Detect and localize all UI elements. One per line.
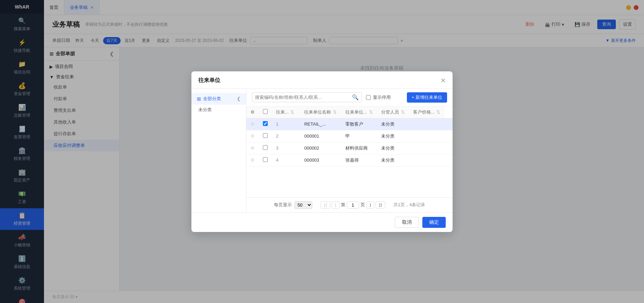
dialog-title: 往来单位 [198,77,220,84]
dialog-overlay: 往来单位 ✕ ⊞ 全部分类 ❮ 未分类 [0,0,644,303]
row-name-cell: 张嘉得 [341,154,377,166]
row-code-cell: 000001 [300,130,341,142]
row-name-cell: 材料供应商 [341,142,377,154]
row-gear-icon: ⚙ [251,158,255,163]
dialog-close-button[interactable]: ✕ [441,77,446,84]
sort-icon-category: ⇅ [369,109,373,115]
dialog-footer: 取消 确定 [191,212,453,232]
dialog-tree: ⊞ 全部分类 ❮ 未分类 [191,89,246,212]
row-price-cell [444,130,453,142]
row-name-cell: 零散客户 [341,118,377,130]
row-checkbox[interactable] [263,133,268,138]
dialog-pagination: 每页显示 50 100 ⟨⟨ ⟨ 第 页 ⟩ ⟩⟩ 共1页，4条记录 [246,197,453,212]
row-check-cell[interactable] [259,154,272,166]
row-gear-cell: ⚙ [246,130,259,142]
row-checkbox[interactable] [263,121,268,126]
dialog-table-content: 🔍 显示停用 + 新增往来单位 ⚙ [246,89,453,212]
gear-icon: ⚙ [251,109,255,115]
dialog-search-bar: 🔍 显示停用 + 新增往来单位 [246,89,453,106]
col-category-header[interactable]: 往来单位... ⇅ [341,106,377,118]
table-header-row: ⚙ 往来... ⇅ 往来单位名称 ⇅ [246,106,453,118]
col-code-header[interactable]: 往来... ⇅ [272,106,300,118]
sort-icon-name: ⇅ [333,109,337,115]
tree-all-item[interactable]: ⊞ 全部分类 ❮ [191,93,246,105]
new-party-button[interactable]: + 新增往来单位 [407,92,447,103]
row-gear-cell: ⚙ [246,118,259,130]
page-next-button[interactable]: ⟩ [366,201,374,209]
row-price-cell [444,118,453,130]
total-info: 共1页，4条记录 [393,202,425,208]
dialog-body: ⊞ 全部分类 ❮ 未分类 🔍 显示停用 [191,89,453,212]
row-code-cell: RETAIL_... [300,118,341,130]
page-size-select[interactable]: 50 100 [295,201,312,209]
row-check-cell[interactable] [259,130,272,142]
dialog-header: 往来单位 ✕ [191,71,453,89]
tree-collapse-icon[interactable]: ❮ [237,96,241,101]
table-row[interactable]: ⚙ 1 RETAIL_... 零散客户 未分类 [246,118,453,130]
row-checkbox[interactable] [263,157,268,162]
page-suffix: 页 [360,202,365,208]
row-name-cell: 甲 [341,130,377,142]
col-check[interactable] [259,106,272,118]
row-gear-cell: ⚙ [246,142,259,154]
row-check-cell[interactable] [259,118,272,130]
row-checkbox[interactable] [263,145,268,150]
row-no-cell: 1 [272,118,300,130]
dialog-search-box[interactable]: 🔍 [252,92,362,102]
row-price-cell [444,154,453,166]
sort-icon-price: ⇅ [436,109,440,115]
col-gear[interactable]: ⚙ [246,106,259,118]
page-nav: ⟨⟨ ⟨ 第 页 ⟩ ⟩⟩ [321,201,385,209]
row-no-cell: 4 [272,154,300,166]
row-code-cell: 000002 [300,142,341,154]
party-dialog: 往来单位 ✕ ⊞ 全部分类 ❮ 未分类 [191,71,453,232]
row-person-cell [409,130,444,142]
page-label: 第 [341,202,345,208]
table-row[interactable]: ⚙ 4 000003 张嘉得 未分类 [246,154,453,166]
page-number-input[interactable] [347,201,359,209]
grid-tree-icon: ⊞ [197,96,201,102]
col-person-header[interactable]: 分管人员 ⇅ [377,106,409,118]
row-gear-cell: ⚙ [246,154,259,166]
show-disabled-checkbox-group: 显示停用 [366,94,391,101]
table-row[interactable]: ⚙ 3 000002 材料供应商 未分类 [246,142,453,154]
tree-unclassified-item[interactable]: 未分类 [191,105,246,115]
row-category-cell: 未分类 [377,142,409,154]
row-no-cell: 3 [272,142,300,154]
row-category-cell: 未分类 [377,118,409,130]
sort-icon-code: ⇅ [290,109,294,115]
row-person-cell [409,142,444,154]
page-last-button[interactable]: ⟩⟩ [376,201,385,209]
row-check-cell[interactable] [259,142,272,154]
sort-icon-person: ⇅ [401,109,405,115]
select-all-checkbox[interactable] [263,109,268,114]
row-code-cell: 000003 [300,154,341,166]
dialog-search-input[interactable] [255,95,350,100]
confirm-button[interactable]: 确定 [422,217,446,228]
row-gear-icon: ⚙ [251,145,255,151]
row-no-cell: 2 [272,130,300,142]
page-size-label: 每页显示 [274,202,292,208]
cancel-button[interactable]: 取消 [395,217,419,228]
row-gear-icon: ⚙ [251,133,255,139]
search-icon: 🔍 [352,94,359,101]
col-price-header[interactable]: 客户价格... ⇅ [409,106,444,118]
row-gear-icon: ⚙ [251,121,255,127]
dialog-data-table: ⚙ 往来... ⇅ 往来单位名称 ⇅ [246,106,453,197]
row-category-cell: 未分类 [377,130,409,142]
row-price-cell [444,142,453,154]
table-row[interactable]: ⚙ 2 000001 甲 未分类 [246,130,453,142]
show-disabled-checkbox[interactable] [366,95,371,100]
page-first-button[interactable]: ⟨⟨ [321,201,330,209]
row-person-cell [409,118,444,130]
row-person-cell [409,154,444,166]
page-prev-button[interactable]: ⟨ [332,201,340,209]
col-name-header[interactable]: 往来单位名称 ⇅ [300,106,341,118]
row-category-cell: 未分类 [377,154,409,166]
